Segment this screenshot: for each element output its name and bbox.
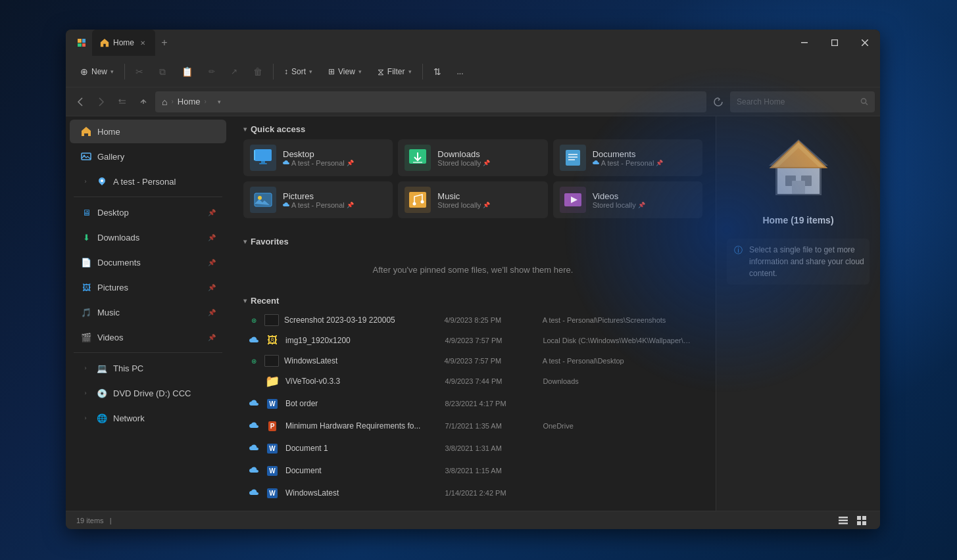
- recent-date-5: 8/23/2021 4:17 PM: [445, 400, 538, 408]
- sidebar-item-videos[interactable]: 🎬 Videos 📌: [70, 325, 226, 349]
- svg-rect-46: [862, 521, 866, 525]
- sidebar-item-downloads[interactable]: ⬇ Downloads 📌: [70, 225, 226, 249]
- filter-label: Filter: [387, 67, 405, 76]
- qa-item-music[interactable]: Music Stored locally 📌: [398, 181, 547, 218]
- qa-item-documents[interactable]: Documents A test - Personal 📌: [553, 139, 702, 176]
- qa-item-desktop[interactable]: Desktop A test - Personal 📌: [243, 139, 393, 176]
- documents-pin-icon: 📌: [208, 259, 216, 266]
- qa-item-videos[interactable]: Videos Stored locally 📌: [553, 181, 702, 218]
- sort-button[interactable]: ↕ Sort ▾: [278, 63, 319, 80]
- sidebar-item-dvd[interactable]: › 💿 DVD Drive (D:) CCC: [70, 381, 226, 405]
- sidebar-item-desktop[interactable]: 🖥 Desktop 📌: [70, 200, 226, 224]
- recent-header[interactable]: ▾ Recent: [230, 288, 716, 311]
- quick-access-grid: Desktop A test - Personal 📌 Downlo: [230, 139, 716, 229]
- filter-icon: ⧖: [378, 67, 384, 76]
- sidebar-pictures-label: Pictures: [97, 283, 203, 292]
- view-button[interactable]: ⊞ View ▾: [322, 63, 368, 80]
- toolbar-sep-1: [124, 64, 125, 80]
- paste-button[interactable]: 📋: [175, 63, 199, 80]
- qa-music-sub: Stored locally 📌: [437, 201, 490, 209]
- recent-file-icon-5: W: [264, 396, 280, 411]
- sidebar-network-label: Network: [113, 413, 216, 423]
- recent-row[interactable]: ⊛ Screenshot 2023-03-19 220005 4/9/2023 …: [243, 311, 702, 329]
- recent-row[interactable]: W Document 3/8/2021 1:15 AM: [243, 459, 702, 482]
- qa-desktop-info: Desktop A test - Personal 📌: [283, 149, 354, 167]
- quick-access-title: Quick access: [251, 124, 305, 134]
- sidebar-item-pictures[interactable]: 🖼 Pictures 📌: [70, 275, 226, 299]
- breadcrumb-sep-2: ›: [205, 98, 207, 105]
- search-input[interactable]: [737, 97, 856, 106]
- copy-button[interactable]: ⧉: [153, 63, 172, 80]
- share2-button[interactable]: ⇅: [427, 63, 448, 80]
- minimize-button[interactable]: [789, 32, 820, 53]
- rename-button[interactable]: ✏: [202, 64, 222, 80]
- svg-rect-45: [857, 521, 861, 525]
- delete-button[interactable]: 🗑: [247, 63, 269, 80]
- recent-row[interactable]: P Test presentation.pptx 12/7/2020 12:22…: [243, 504, 702, 511]
- new-button[interactable]: ⊕ New ▾: [74, 63, 120, 80]
- close-button[interactable]: [850, 32, 880, 53]
- status-separator: |: [110, 517, 112, 525]
- breadcrumb[interactable]: ⌂ › Home › ▾: [155, 91, 706, 112]
- refresh-button[interactable]: [709, 93, 727, 111]
- grid-view-button[interactable]: [854, 513, 870, 528]
- back-button[interactable]: [71, 93, 89, 111]
- search-box[interactable]: [730, 91, 875, 112]
- up-button[interactable]: [134, 93, 153, 111]
- word-icon-9: W: [267, 488, 277, 498]
- recent-row[interactable]: ⊛ WindowsLatest 4/9/2023 7:57 PM A test …: [243, 352, 702, 370]
- qa-pictures-sub: A test - Personal 📌: [283, 201, 354, 209]
- recent-name-3: WindowsLatest: [284, 356, 439, 365]
- sidebar-item-home[interactable]: Home: [70, 120, 226, 143]
- recent-date-1: 4/9/2023 8:25 PM: [444, 316, 537, 324]
- recent-file-icon-7: W: [264, 440, 280, 456]
- qa-documents-icon: [560, 145, 586, 171]
- favorites-header[interactable]: ▾ Favorites: [230, 229, 716, 252]
- recent-row[interactable]: 📁 ViVeTool-v0.3.3 4/9/2023 7:44 PM Downl…: [243, 370, 702, 392]
- tab-home[interactable]: Home ✕: [92, 30, 155, 56]
- sidebar-item-gallery[interactable]: Gallery: [70, 145, 226, 168]
- qa-item-downloads[interactable]: Downloads Stored locally 📌: [398, 139, 547, 176]
- sidebar-item-music[interactable]: 🎵 Music 📌: [70, 300, 226, 324]
- rename-icon: ✏: [209, 68, 215, 76]
- new-tab-button[interactable]: +: [155, 34, 174, 52]
- recent-row[interactable]: 🖼 img19_1920x1200 4/9/2023 7:57 PM Local…: [243, 329, 702, 352]
- cut-button[interactable]: ✂: [129, 63, 150, 80]
- list-view-button[interactable]: [835, 513, 851, 528]
- recent-row[interactable]: P Minimum Hardware Requirements fo... 7/…: [243, 415, 702, 437]
- recent-row[interactable]: W Bot order 8/23/2021 4:17 PM: [243, 392, 702, 415]
- svg-rect-15: [261, 161, 265, 163]
- breadcrumb-dropdown[interactable]: ▾: [213, 95, 226, 108]
- recent-locations-button[interactable]: [113, 93, 132, 111]
- sidebar-item-documents[interactable]: 📄 Documents 📌: [70, 250, 226, 274]
- recent-row[interactable]: W WindowsLatest 1/14/2021 2:42 PM: [243, 482, 702, 504]
- filter-button[interactable]: ⧖ Filter ▾: [371, 63, 418, 80]
- address-bar: ⌂ › Home › ▾: [66, 87, 880, 116]
- quick-access-header[interactable]: ▾ Quick access: [230, 116, 716, 139]
- dvd-icon: 💿: [96, 387, 108, 399]
- qa-item-pictures[interactable]: Pictures A test - Personal 📌: [243, 181, 393, 218]
- tab-close-button[interactable]: ✕: [138, 38, 147, 47]
- window-controls: [789, 30, 880, 56]
- svg-rect-20: [568, 154, 577, 155]
- recent-date-9: 1/14/2021 2:42 PM: [445, 489, 538, 497]
- svg-point-27: [413, 202, 416, 206]
- detail-info-text: Select a single file to get more informa…: [749, 244, 864, 279]
- maximize-button[interactable]: [820, 32, 850, 53]
- sidebar-item-this-pc[interactable]: › 💻 This PC: [70, 356, 226, 380]
- forward-button[interactable]: [92, 93, 110, 111]
- more-button[interactable]: ...: [451, 63, 470, 80]
- view-label: View: [338, 67, 355, 76]
- recent-file-icon-1: [264, 314, 279, 326]
- cloud-icon-6: [249, 422, 258, 430]
- recent-date-4: 4/9/2023 7:44 PM: [445, 377, 538, 385]
- music-sidebar-icon: 🎵: [80, 306, 92, 318]
- sidebar-desktop-label: Desktop: [97, 208, 203, 218]
- list-view-icon: [839, 516, 848, 525]
- recent-row[interactable]: W Document 1 3/8/2021 1:31 AM: [243, 437, 702, 459]
- qa-downloads-info: Downloads Stored locally 📌: [437, 149, 490, 167]
- sidebar-item-network[interactable]: › 🌐 Network: [70, 406, 226, 430]
- share-button[interactable]: ↗: [224, 64, 244, 80]
- breadcrumb-sep-1: ›: [171, 98, 173, 105]
- sidebar-item-a-test[interactable]: › A test - Personal: [70, 170, 226, 193]
